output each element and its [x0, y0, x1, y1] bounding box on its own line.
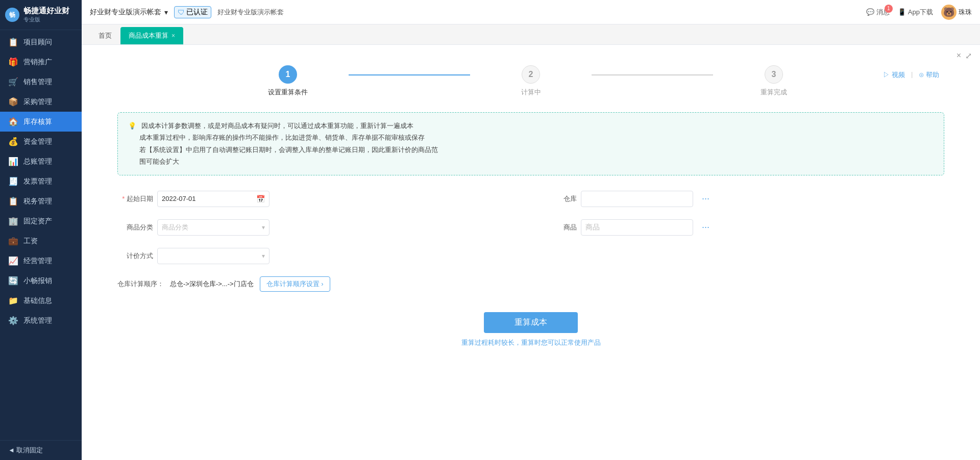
step-1-label: 设置重算条件: [268, 88, 308, 97]
sidebar-item-invoice[interactable]: 🧾 发票管理: [0, 171, 82, 191]
sidebar-item-label: 基础信息: [23, 296, 52, 305]
sidebar-item-system[interactable]: ⚙️ 系统管理: [0, 311, 82, 330]
tab-home[interactable]: 首页: [90, 27, 120, 44]
sidebar-item-expense[interactable]: 🔄 小畅报销: [0, 271, 82, 291]
sales-icon: 🛒: [8, 77, 18, 87]
sidebar-footer[interactable]: ◄ 取消固定: [0, 440, 82, 460]
account-name: 好业财专业版演示帐套: [90, 8, 161, 17]
form-row-2: 商品分类 商品分类 ▾ 商品 商品 ···: [117, 219, 944, 236]
sidebar-item-tax[interactable]: 📋 税务管理: [0, 191, 82, 211]
category-label: 商品分类: [117, 223, 153, 232]
account-dropdown-icon[interactable]: ▾: [164, 8, 168, 16]
warehouse-input[interactable]: [581, 191, 693, 207]
project-icon: 📋: [8, 37, 18, 47]
goods-more-button[interactable]: ···: [697, 219, 723, 236]
action-area: 重算成本 重算过程耗时较长，重算时您可以正常使用产品: [97, 307, 965, 357]
warehouse-order-value: 总仓->深圳仓库->...->门店仓: [170, 279, 254, 289]
step-2-label: 计算中: [521, 88, 541, 97]
start-date-input[interactable]: [158, 195, 252, 202]
tab-recalc-label: 商品成本重算: [129, 31, 168, 40]
sidebar-item-label: 采购管理: [23, 97, 52, 107]
sidebar-item-finance[interactable]: 💰 资金管理: [0, 132, 82, 151]
sidebar-item-project[interactable]: 📋 项目顾问: [0, 32, 82, 52]
step-1-circle: 1: [279, 65, 297, 84]
content-area: × ⤢ 1 设置重算条件 2 计算中 3 重算完成: [82, 45, 980, 460]
pricing-label: 计价方式: [117, 251, 153, 261]
form-row-1: 起始日期 📅 仓库 ···: [117, 191, 944, 207]
form-area: 起始日期 📅 仓库 ··· 商品分类: [97, 191, 965, 264]
goods-input[interactable]: 商品: [581, 219, 693, 236]
finance-icon: 💰: [8, 137, 18, 146]
sidebar-item-label: 经营管理: [23, 257, 52, 266]
step-container: 1 设置重算条件 2 计算中 3 重算完成 ▷ 视频 | ⊙ 帮助: [97, 55, 965, 112]
verified-badge: 🛡 已认证: [174, 6, 211, 18]
invoice-icon: 🧾: [8, 176, 18, 186]
sidebar-item-inventory[interactable]: 🏠 库存核算: [0, 112, 82, 132]
step-2: 2 计算中: [470, 65, 592, 97]
username: 珠珠: [959, 8, 972, 17]
warehouse-field: 仓库 ···: [541, 191, 944, 207]
sidebar-item-accounting[interactable]: 📊 总账管理: [0, 151, 82, 171]
sidebar-item-marketing[interactable]: 🎁 营销推广: [0, 52, 82, 72]
recalc-tip: 重算过程耗时较长，重算时您可以正常使用产品: [461, 338, 601, 347]
sidebar-item-sales[interactable]: 🛒 销售管理: [0, 72, 82, 92]
expand-window-button[interactable]: ⤢: [965, 51, 972, 61]
sidebar: 畅 畅捷通好业财 专业版 📋 项目顾问 🎁 营销推广 🛒 销售管理 📦 采购管理…: [0, 0, 82, 460]
info-icon: 💡: [128, 122, 136, 130]
messages-button[interactable]: 💬 消息 1: [866, 8, 890, 17]
pricing-field: 计价方式 ▾: [117, 248, 521, 264]
sidebar-item-assets[interactable]: 🏢 固定资产: [0, 211, 82, 231]
app-download-button[interactable]: 📱 App下载: [898, 8, 933, 17]
operations-icon: 📈: [8, 256, 18, 266]
recalc-button[interactable]: 重算成本: [484, 312, 578, 333]
goods-placeholder: 商品: [585, 223, 600, 232]
tab-close-icon[interactable]: ×: [172, 32, 175, 39]
sidebar-item-operations[interactable]: 📈 经营管理: [0, 251, 82, 271]
category-select[interactable]: 商品分类 ▾: [157, 219, 270, 236]
account-selector[interactable]: 好业财专业版演示帐套 ▾: [90, 8, 168, 17]
info-line-4: 围可能会扩大: [139, 158, 179, 165]
user-menu[interactable]: 🐻 珠珠: [941, 5, 972, 20]
sidebar-item-basic[interactable]: 📁 基础信息: [0, 291, 82, 311]
topbar-actions: 💬 消息 1 📱 App下载 🐻 珠珠: [866, 5, 972, 20]
step-wrapper: 1 设置重算条件 2 计算中 3 重算完成: [227, 65, 835, 97]
tab-recalc[interactable]: 商品成本重算 ×: [120, 27, 183, 44]
pricing-select[interactable]: ▾: [157, 248, 270, 264]
warehouse-label: 仓库: [541, 194, 577, 203]
help-link[interactable]: ⊙ 帮助: [919, 70, 939, 80]
message-icon: 💬: [866, 8, 874, 16]
system-icon: ⚙️: [8, 316, 18, 325]
calendar-icon[interactable]: 📅: [252, 195, 269, 203]
sidebar-item-label: 库存核算: [23, 117, 52, 126]
sidebar-item-label: 销售管理: [23, 78, 52, 87]
info-line-2: 成本重算过程中，影响库存账的操作均不能操作，比如进货单、销货单、库存单据不能审核…: [139, 134, 425, 141]
warehouse-more-button[interactable]: ···: [697, 191, 723, 207]
sidebar-item-salary[interactable]: 💼 工资: [0, 231, 82, 251]
sidebar-item-label: 小畅报销: [23, 276, 52, 286]
step-1: 1 设置重算条件: [227, 65, 349, 97]
assets-icon: 🏢: [8, 216, 18, 226]
step-line-2: [592, 74, 713, 75]
sidebar-item-label: 营销推广: [23, 58, 52, 67]
sidebar-item-purchase[interactable]: 📦 采购管理: [0, 92, 82, 112]
start-date-field: 起始日期 📅: [117, 191, 521, 207]
form-row-3: 计价方式 ▾: [117, 248, 944, 264]
sidebar-item-label: 总账管理: [23, 157, 52, 166]
sidebar-item-label: 系统管理: [23, 316, 52, 325]
step-2-circle: 2: [522, 65, 540, 84]
start-date-label: 起始日期: [117, 194, 153, 203]
video-link[interactable]: ▷ 视频: [883, 70, 905, 80]
app-download-label: App下载: [908, 8, 933, 17]
warehouse-order-row: 仓库计算顺序： 总仓->深圳仓库->...->门店仓 仓库计算顺序设置 ›: [97, 276, 965, 292]
category-dropdown-icon: ▾: [262, 224, 265, 231]
warehouse-order-settings-button[interactable]: 仓库计算顺序设置 ›: [260, 276, 330, 292]
sidebar-item-label: 资金管理: [23, 137, 52, 146]
warehouse-order-label: 仓库计算顺序：: [117, 279, 164, 289]
main-area: 好业财专业版演示帐套 ▾ 🛡 已认证 好业财专业版演示帐套 💬 消息 1 📱 A…: [82, 0, 980, 460]
tabbar: 首页 商品成本重算 ×: [82, 24, 980, 45]
sidebar-subtitle: 专业版: [23, 16, 69, 23]
category-placeholder: 商品分类: [162, 223, 188, 232]
goods-field: 商品 商品 ···: [541, 219, 944, 236]
step-line-1: [349, 74, 470, 75]
start-date-input-wrapper[interactable]: 📅: [157, 191, 270, 207]
